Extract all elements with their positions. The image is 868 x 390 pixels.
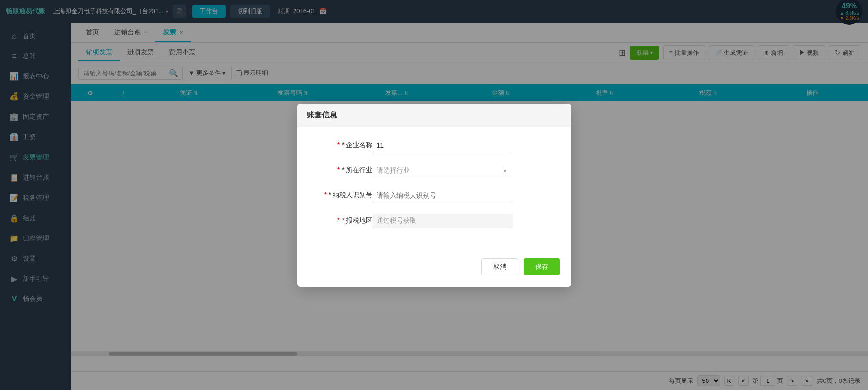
industry-select[interactable]: 请选择行业 xyxy=(373,164,511,177)
tax-id-label: ** 纳税人识别号 xyxy=(316,191,373,199)
tax-id-row: ** 纳税人识别号 xyxy=(316,189,552,202)
tax-region-row: ** 报税地区 通过税号获取 xyxy=(316,214,552,228)
modal-overlay[interactable]: 账套信息 ** 企业名称 ** 所在行业 请选择行业 ∨ xyxy=(0,0,868,390)
account-info-dialog: 账套信息 ** 企业名称 ** 所在行业 请选择行业 ∨ xyxy=(297,104,571,287)
company-name-input[interactable] xyxy=(373,139,513,152)
dialog-body: ** 企业名称 ** 所在行业 请选择行业 ∨ xyxy=(297,127,571,251)
dialog-title: 账套信息 xyxy=(297,104,571,127)
save-button[interactable]: 保存 xyxy=(524,258,560,275)
dialog-footer: 取消 保存 xyxy=(297,251,571,287)
company-name-row: ** 企业名称 xyxy=(316,139,552,152)
industry-dropdown-arrow: ∨ xyxy=(503,167,507,174)
tax-id-input[interactable] xyxy=(373,189,513,202)
industry-row: ** 所在行业 请选择行业 ∨ xyxy=(316,164,552,177)
cancel-button[interactable]: 取消 xyxy=(481,258,518,275)
tax-region-label: ** 报税地区 xyxy=(316,216,373,225)
industry-select-wrapper: 请选择行业 ∨ xyxy=(373,164,511,177)
company-name-label: ** 企业名称 xyxy=(316,141,373,149)
industry-label: ** 所在行业 xyxy=(316,166,373,174)
tax-region-display: 通过税号获取 xyxy=(373,214,513,228)
